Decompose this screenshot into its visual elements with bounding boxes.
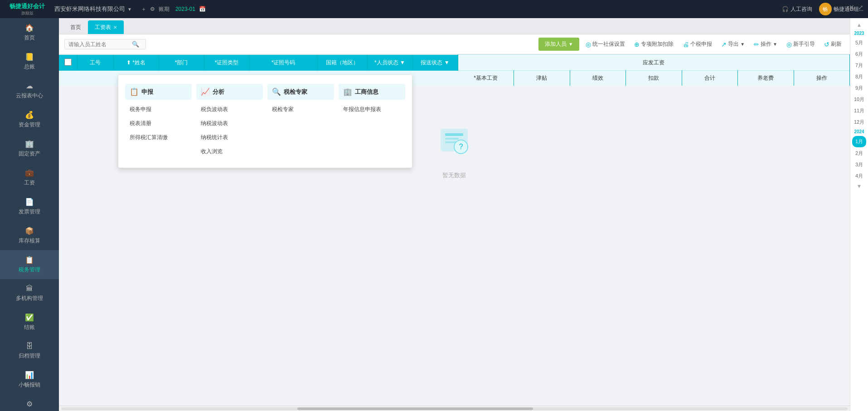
archive-icon: 🗄 [26, 342, 33, 350]
month-3[interactable]: 3月 [850, 159, 868, 170]
special-label: 专项附加扣除 [641, 40, 674, 48]
item-expert[interactable]: 税检专家 [267, 102, 334, 116]
sidebar-item-cloud[interactable]: ☁ 云报表中心 [0, 76, 59, 105]
cloud-icon: ☁ [26, 82, 33, 90]
tab-salary[interactable]: 工资表 ✕ [88, 20, 124, 34]
th-operation: 操作 [794, 71, 850, 86]
item-tax-declare[interactable]: 税务申报 [125, 102, 192, 116]
social-insurance-button[interactable]: ◎ 统一社保设置 [583, 39, 628, 50]
close-window-button[interactable]: ✕ [849, 4, 854, 11]
fund-icon: 💰 [25, 111, 34, 119]
newguide-button[interactable]: ◎ 新手引导 [784, 39, 818, 50]
sidebar-label-multi: 多机构管理 [16, 295, 43, 302]
social-icon: ◎ [586, 41, 591, 48]
sidebar-item-inventory[interactable]: 📦 库存核算 [0, 221, 59, 250]
month-9[interactable]: 9月 [850, 82, 868, 94]
month-7[interactable]: 7月 [850, 60, 868, 71]
refresh-button[interactable]: ↺ 刷新 [821, 39, 844, 50]
th-group-salary: 应发工资 [458, 55, 850, 71]
section-declaration-title: 申报 [141, 88, 153, 96]
special-icon: ⊕ [634, 41, 640, 48]
item-income-tax[interactable]: 所得税汇算清缴 [125, 131, 192, 145]
item-tax-stats[interactable]: 纳税统计表 [196, 131, 263, 145]
export-button[interactable]: ↗ 导出 ▼ [718, 39, 747, 50]
itax-button[interactable]: 🖨 个税申报 [680, 39, 715, 50]
item-annual-report[interactable]: 年报信息申报表 [339, 102, 405, 116]
sidebar-item-ledger[interactable]: 📒 总账 [0, 47, 59, 76]
sidebar-item-invoice[interactable]: 📄 发票管理 [0, 192, 59, 221]
month-10[interactable]: 10月 [850, 94, 868, 105]
sidebar-item-settle[interactable]: ✅ 结账 [0, 308, 59, 337]
sidebar-label-cloud: 云报表中心 [16, 92, 43, 100]
taxexpert-icon: 🔍 [272, 87, 281, 96]
svg-text:?: ? [459, 143, 463, 150]
add-person-label: 添加人员 [545, 40, 567, 48]
sidebar-item-settings[interactable]: ⚙ 基础设置 [0, 394, 59, 411]
item-tax-burden[interactable]: 税负波动表 [196, 102, 263, 116]
scroll-thumb[interactable] [297, 407, 533, 410]
month-8[interactable]: 8月 [850, 71, 868, 82]
horizontal-scrollbar[interactable] [59, 406, 850, 411]
item-tax-fluctuation[interactable]: 纳税波动表 [196, 116, 263, 131]
th-name[interactable]: ⬆ *姓名 [113, 55, 159, 71]
sidebar-item-asset[interactable]: 🏢 固定资产 [0, 134, 59, 163]
section-declaration-header: 📋 申报 [125, 84, 192, 100]
month-4[interactable]: 4月 [850, 170, 868, 182]
sidebar-item-multi[interactable]: 🏛 多机构管理 [0, 279, 59, 308]
newguide-label: 新手引导 [793, 40, 815, 48]
company-selector[interactable]: 西安虾米网络科技有限公司 ▼ [54, 5, 134, 13]
sidebar-item-tax[interactable]: 📋 税务管理 [0, 250, 59, 279]
sidebar-item-archive[interactable]: 🗄 归档管理 [0, 337, 59, 365]
tab-bar: 首页 工资表 ✕ [59, 18, 850, 34]
app-logo: 畅捷通好会计 旗舰版 [5, 2, 50, 16]
sidebar-item-home[interactable]: 🏠 首页 [0, 18, 59, 47]
select-all-checkbox[interactable] [64, 58, 72, 66]
th-total: 合计 [682, 71, 738, 86]
sidebar-label-settle: 结账 [24, 324, 35, 331]
th-status[interactable]: *人员状态 ▼ [367, 55, 412, 71]
month-11[interactable]: 11月 [850, 105, 868, 116]
special-deduction-button[interactable]: ⊕ 专项附加扣除 [631, 39, 676, 50]
tax-dropdown-menu: 📋 申报 税务申报 税表清册 所得税汇算清缴 📈 分析 税负波动表 [118, 74, 412, 168]
tab-home-label: 首页 [70, 24, 81, 31]
sidebar-item-report[interactable]: 📊 小畅报销 [0, 365, 59, 394]
search-wrap[interactable]: 🔍 [64, 39, 146, 49]
sidebar-item-fund[interactable]: 💰 资金管理 [0, 105, 59, 134]
multi-icon: 🏛 [26, 285, 33, 293]
dropdown-sections: 📋 申报 税务申报 税表清册 所得税汇算清缴 📈 分析 税负波动表 [118, 79, 412, 163]
add-company-button[interactable]: ＋ [141, 5, 146, 13]
company-dropdown-arrow[interactable]: ▼ [127, 7, 132, 12]
month-12[interactable]: 12月 [850, 116, 868, 128]
operate-arrow: ▼ [773, 42, 777, 47]
scroll-track[interactable] [61, 407, 848, 410]
month-1[interactable]: 1月 [852, 136, 866, 147]
calendar-icon[interactable]: 📅 [199, 6, 206, 12]
tab-home[interactable]: 首页 [63, 20, 88, 34]
search-input[interactable] [68, 41, 132, 48]
operate-button[interactable]: ✏ 操作 ▼ [751, 39, 780, 50]
panel-down-arrow[interactable]: ▼ [855, 182, 863, 191]
month-5[interactable]: 5月 [850, 37, 868, 48]
add-person-button[interactable]: 添加人员 ▼ [538, 38, 579, 51]
right-panel: ▲ 2023 5月 6月 7月 8月 9月 10月 11月 12月 2024 1… [850, 18, 868, 411]
month-2[interactable]: 2月 [850, 148, 868, 159]
th-sendstatus[interactable]: 报送状态 ▼ [412, 55, 458, 71]
settings-icon[interactable]: ⚙ [150, 6, 155, 12]
th-checkbox[interactable] [59, 55, 77, 71]
itax-icon: 🖨 [683, 41, 689, 48]
sidebar-label-tax: 税务管理 [19, 266, 40, 274]
item-income-browse[interactable]: 收入浏览 [196, 145, 263, 159]
th-performance: 绩效 [570, 71, 626, 86]
tab-salary-close[interactable]: ✕ [113, 25, 117, 30]
panel-up-arrow[interactable]: ▲ [855, 20, 863, 29]
sidebar-label-asset: 固定资产 [19, 150, 40, 158]
sidebar-item-salary[interactable]: 💼 工资 [0, 163, 59, 192]
service-label: 人工咨询 [790, 5, 812, 13]
search-icon: 🔍 [132, 41, 139, 48]
toolbar: 🔍 添加人员 ▼ ◎ 统一社保设置 ⊕ 专项附加扣除 🖨 个税申报 ↗ 导出 [59, 34, 850, 54]
fullscreen-button[interactable]: ⤢ [858, 4, 863, 11]
month-6[interactable]: 6月 [850, 48, 868, 60]
svg-rect-2 [445, 138, 459, 140]
item-tax-form[interactable]: 税表清册 [125, 116, 192, 131]
service-button[interactable]: 🎧 人工咨询 [782, 5, 812, 13]
